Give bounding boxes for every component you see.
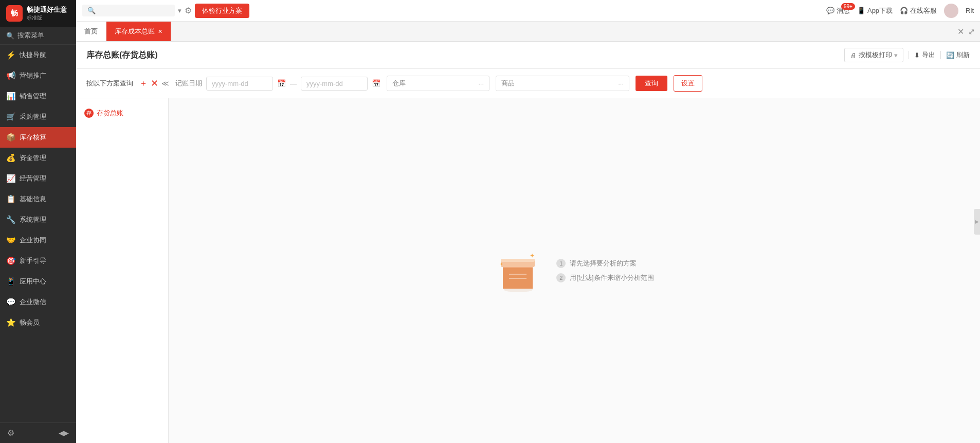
sidebar-item-quick-nav[interactable]: ⚡ 快捷导航 — [0, 45, 76, 65]
sales-icon: 📊 — [6, 92, 15, 101]
topbar-left: 🔍 ▾ ⚙ 体验行业方案 — [82, 4, 822, 18]
user-avatar — [944, 4, 958, 18]
cal-start-icon[interactable]: 📅 — [277, 79, 286, 87]
sidebar-item-app-center[interactable]: 📱 应用中心 — [0, 271, 76, 292]
content-wrapper: 存 存货总账 — [76, 98, 980, 443]
sidebar-item-wechat[interactable]: 💬 企业微信 — [0, 292, 76, 312]
scheme-item-label: 存货总账 — [97, 109, 123, 118]
print-btn[interactable]: 🖨 按模板打印 ▾ — [844, 48, 903, 62]
export-btn[interactable]: ⬇ 导出 — [914, 50, 935, 60]
app-download-btn[interactable]: 📱 App下载 — [857, 6, 893, 15]
sidebar-item-system[interactable]: 🔧 系统管理 — [0, 209, 76, 230]
tab-close-icon[interactable]: ✕ — [158, 28, 162, 35]
filter-add-icon[interactable]: ＋ — [139, 78, 148, 89]
filter-delete-icon[interactable]: ✕ — [151, 78, 158, 89]
app-icon: 📱 — [857, 7, 865, 14]
service-btn[interactable]: 🎧 在线客服 — [900, 6, 937, 15]
finance-label: 资金管理 — [20, 153, 46, 163]
cal-end-icon[interactable]: 📅 — [372, 79, 380, 87]
operations-icon: 📈 — [6, 174, 15, 183]
sidebar-search[interactable]: 🔍 搜索菜单 — [0, 27, 76, 45]
service-icon: 🎧 — [900, 7, 908, 14]
svg-text:✦: ✦ — [500, 262, 503, 267]
side-handle[interactable]: ▶ — [974, 209, 980, 235]
topbar-search-box[interactable]: 🔍 — [82, 5, 175, 16]
username-label[interactable]: Rit — [966, 7, 974, 14]
panel-expand-icon[interactable]: ⤢ — [968, 27, 975, 37]
commodity-select[interactable]: 商品 ··· — [496, 76, 629, 91]
box-svg: ✦ ✦ — [495, 247, 541, 294]
refresh-label: 刷新 — [956, 50, 970, 60]
sidebar-item-purchase[interactable]: 🛒 采购管理 — [0, 107, 76, 127]
newbie-label: 新手引导 — [20, 256, 46, 265]
tab-home[interactable]: 首页 — [76, 22, 106, 41]
basic-info-icon: 📋 — [6, 194, 15, 204]
filter-actions: ＋ ✕ ≪ — [139, 78, 169, 89]
tip-text-1: 请先选择要分析的方案 — [570, 259, 637, 268]
sidebar-bottom: ⚙ ◀▶ — [0, 422, 76, 443]
member-icon: ⭐ — [6, 318, 15, 327]
msg-badge: 99+ — [841, 3, 855, 10]
finance-icon: 💰 — [6, 153, 15, 163]
system-label: 系统管理 — [20, 215, 46, 224]
tabs-bar: 首页 库存成本总账 ✕ ✕ ⤢ — [76, 22, 980, 42]
date-separator: — — [290, 80, 297, 87]
sidebar-item-finance[interactable]: 💰 资金管理 — [0, 148, 76, 168]
industry-btn[interactable]: 体验行业方案 — [195, 4, 249, 18]
cooperation-label: 企业协同 — [20, 236, 46, 245]
tip-item-2: 2 用[过滤]条件来缩小分析范围 — [556, 273, 654, 282]
cooperation-icon: 🤝 — [6, 236, 15, 245]
tab-inventory-cost[interactable]: 库存成本总账 ✕ — [106, 22, 171, 41]
filter-label: 按以下方案查询 — [86, 79, 133, 88]
wechat-icon: 💬 — [6, 297, 15, 307]
filter-collapse-icon[interactable]: ≪ — [161, 79, 169, 87]
refresh-btn[interactable]: 🔄 刷新 — [946, 50, 970, 60]
sidebar-item-newbie[interactable]: 🎯 新手引导 — [0, 251, 76, 271]
warehouse-select[interactable]: 仓库 ··· — [387, 76, 489, 91]
refresh-icon: 🔄 — [946, 51, 954, 59]
sidebar-item-inventory[interactable]: 📦 库存核算 — [0, 127, 76, 148]
scheme-item-inventory[interactable]: 存 存货总账 — [76, 104, 168, 122]
sidebar-item-marketing[interactable]: 📢 营销推广 — [0, 65, 76, 86]
wechat-label: 企业微信 — [20, 297, 46, 307]
app-center-label: 应用中心 — [20, 277, 46, 286]
scheme-panel: 存 存货总账 — [76, 98, 169, 443]
logo-sub: 标准版 — [27, 14, 67, 21]
system-icon: 🔧 — [6, 215, 15, 224]
tip-text-2: 用[过滤]条件来缩小分析范围 — [570, 273, 654, 282]
quick-nav-icon: ⚡ — [6, 50, 15, 60]
page-header-actions: 🖨 按模板打印 ▾ ⬇ 导出 🔄 刷新 — [844, 48, 970, 62]
topbar-settings-icon[interactable]: ⚙ — [185, 6, 192, 15]
sidebar-item-member[interactable]: ⭐ 畅会员 — [0, 312, 76, 333]
operations-label: 经营管理 — [20, 174, 46, 183]
app-logo: 畅 畅捷通好生意 标准版 — [0, 0, 76, 27]
tip-num-1: 1 — [556, 259, 566, 268]
sidebar-toggle-icon[interactable]: ◀▶ — [59, 429, 69, 437]
main-area: 🔍 ▾ ⚙ 体验行业方案 💬 消息 99+ 📱 App下载 🎧 在线客服 Rit — [76, 0, 980, 443]
sidebar-item-cooperation[interactable]: 🤝 企业协同 — [0, 230, 76, 251]
panel-close-icon[interactable]: ✕ — [957, 27, 964, 37]
sidebar-item-operations[interactable]: 📈 经营管理 — [0, 168, 76, 189]
divider-2 — [940, 51, 941, 59]
logo-text: 畅捷通好生意 标准版 — [27, 6, 67, 21]
commodity-more-icon[interactable]: ··· — [618, 80, 624, 87]
warehouse-more-icon[interactable]: ··· — [478, 80, 484, 87]
tip-item-1: 1 请先选择要分析的方案 — [556, 259, 654, 268]
topbar-chevron-icon[interactable]: ▾ — [178, 7, 182, 14]
msg-icon: 💬 — [826, 7, 834, 14]
query-btn[interactable]: 查询 — [636, 76, 667, 91]
svg-text:✦: ✦ — [530, 252, 535, 259]
quick-nav-label: 快捷导航 — [20, 50, 46, 60]
page-header: 库存总账(存货总账) 🖨 按模板打印 ▾ ⬇ 导出 🔄 刷新 — [76, 42, 980, 69]
divider-1 — [909, 51, 909, 59]
inventory-cost-tab-label: 库存成本总账 — [115, 27, 155, 36]
export-icon: ⬇ — [914, 51, 920, 59]
date-end-input[interactable] — [301, 77, 368, 91]
msg-btn[interactable]: 💬 消息 99+ — [826, 6, 850, 15]
date-start-input[interactable] — [206, 77, 273, 91]
sidebar-settings-icon[interactable]: ⚙ — [7, 428, 14, 438]
sidebar-item-sales[interactable]: 📊 销售管理 — [0, 86, 76, 107]
settings-btn[interactable]: 设置 — [674, 75, 702, 92]
marketing-icon: 📢 — [6, 71, 15, 80]
sidebar-item-basic-info[interactable]: 📋 基础信息 — [0, 189, 76, 209]
